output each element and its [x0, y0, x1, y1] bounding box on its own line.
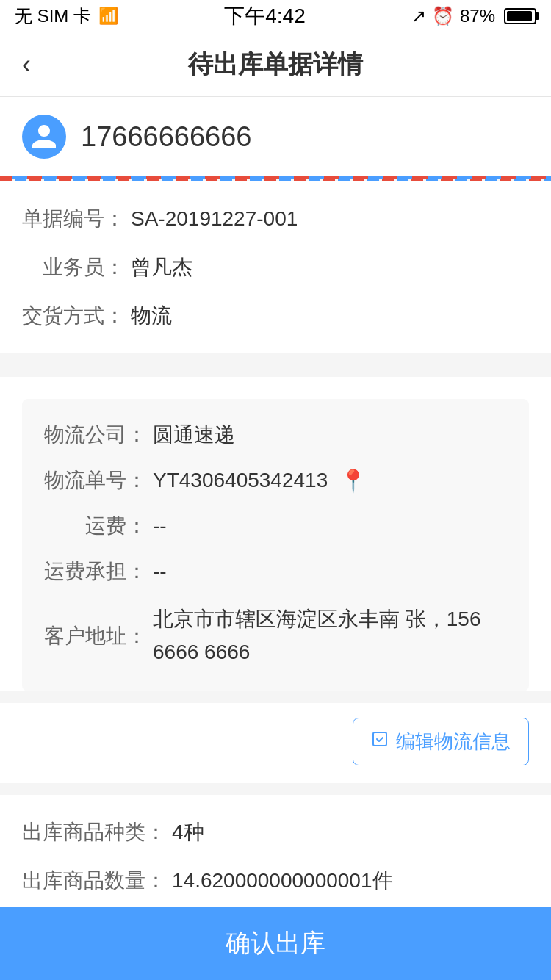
sales-person-row: 业务员： 曾凡杰	[22, 252, 529, 283]
freight-value: --	[147, 514, 507, 538]
battery-icon	[504, 8, 536, 24]
edit-logistics-label: 编辑物流信息	[396, 729, 511, 754]
logistics-company-label: 物流公司：	[44, 421, 147, 449]
address-row: 客户地址： 北京市市辖区海淀区永丰南 张，156 6666 6666	[44, 603, 507, 669]
order-info-section: 单据编号： SA-20191227-001 业务员： 曾凡杰 交货方式： 物流	[0, 181, 551, 353]
divider2	[0, 783, 551, 795]
types-value: 4种	[166, 817, 529, 848]
status-right: ↗ ⏰ 87%	[411, 6, 536, 26]
status-left: 无 SIM 卡 📶	[15, 4, 118, 28]
confirm-btn-label: 确认出库	[226, 926, 325, 960]
main-content: 17666666666 单据编号： SA-20191227-001 业务员： 曾…	[0, 97, 551, 980]
order-no-label: 单据编号：	[22, 203, 125, 234]
avatar	[22, 115, 66, 159]
freight-bear-row: 运费承担： --	[44, 558, 507, 586]
types-label: 出库商品种类：	[22, 817, 166, 848]
divider1	[0, 365, 551, 377]
delivery-method-row: 交货方式： 物流	[22, 300, 529, 331]
wifi-icon: 📶	[98, 7, 118, 26]
logistics-section: 物流公司： 圆通速递 物流单号： YT4306405342413 📍 运费： -…	[22, 399, 529, 691]
logistics-company-row: 物流公司： 圆通速递	[44, 421, 507, 449]
customer-header: 17666666666	[0, 97, 551, 179]
page-title: 待出库单据详情	[188, 48, 363, 82]
types-row: 出库商品种类： 4种	[22, 817, 529, 848]
freight-label: 运费：	[44, 512, 147, 540]
quantity-label: 出库商品数量：	[22, 865, 166, 896]
tracking-row: 物流单号： YT4306405342413 📍	[44, 466, 507, 494]
location-pin-icon[interactable]: 📍	[339, 468, 367, 494]
edit-icon	[371, 730, 389, 753]
tracking-label: 物流单号：	[44, 466, 147, 494]
location-icon: ↗	[411, 6, 426, 26]
stock-out-section: 出库商品种类： 4种 出库商品数量： 14.620000000000001件	[0, 795, 551, 918]
back-button[interactable]: ‹	[22, 49, 31, 80]
logistics-wrapper: 物流公司： 圆通速递 物流单号： YT4306405342413 📍 运费： -…	[0, 377, 551, 691]
address-label: 客户地址：	[44, 622, 147, 650]
confirm-stock-out-button[interactable]: 确认出库	[0, 907, 551, 980]
tracking-value-row: YT4306405342413 📍	[147, 468, 367, 494]
quantity-value: 14.620000000000001件	[166, 865, 529, 896]
carrier-label: 无 SIM 卡	[15, 4, 91, 28]
sales-person-value: 曾凡杰	[125, 252, 529, 283]
status-time: 下午4:42	[224, 2, 306, 30]
delivery-method-value: 物流	[125, 300, 529, 331]
edit-btn-row: 编辑物流信息	[0, 703, 551, 783]
alarm-icon: ⏰	[432, 6, 454, 26]
freight-bear-label: 运费承担：	[44, 558, 147, 586]
freight-row: 运费： --	[44, 512, 507, 540]
tracking-number: YT4306405342413	[147, 469, 328, 492]
customer-phone: 17666666666	[81, 121, 251, 153]
quantity-row: 出库商品数量： 14.620000000000001件	[22, 865, 529, 896]
sales-person-label: 业务员：	[22, 252, 125, 283]
nav-bar: ‹ 待出库单据详情	[0, 32, 551, 97]
battery-percent: 87%	[460, 6, 495, 26]
logistics-company-value: 圆通速递	[147, 421, 507, 449]
freight-bear-value: --	[147, 560, 507, 583]
svg-rect-0	[373, 732, 386, 746]
address-value: 北京市市辖区海淀区永丰南 张，156 6666 6666	[147, 603, 507, 669]
status-bar: 无 SIM 卡 📶 下午4:42 ↗ ⏰ 87%	[0, 0, 551, 32]
delivery-method-label: 交货方式：	[22, 300, 125, 331]
order-no-row: 单据编号： SA-20191227-001	[22, 203, 529, 234]
order-no-value: SA-20191227-001	[125, 203, 529, 234]
edit-logistics-button[interactable]: 编辑物流信息	[353, 718, 529, 765]
